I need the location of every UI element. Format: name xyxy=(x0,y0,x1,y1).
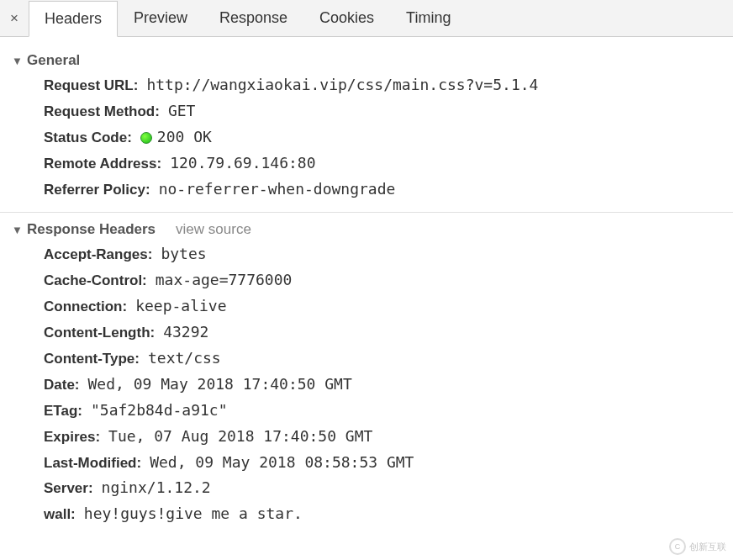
general-title: General xyxy=(27,52,80,69)
entry-etag: ETag: "5af2b84d-a91c" xyxy=(44,398,733,424)
entry-remote-address: Remote Address: 120.79.69.146:80 xyxy=(44,151,733,177)
view-source-link[interactable]: view source xyxy=(176,221,251,238)
entry-label: Request URL: xyxy=(44,74,138,98)
entry-label: Date: xyxy=(44,373,80,398)
response-headers-title: Response Headers xyxy=(27,221,156,238)
status-dot-icon xyxy=(140,132,152,144)
status-text: 200 OK xyxy=(157,128,212,145)
entry-value: text/css xyxy=(148,346,221,372)
entry-value: no-referrer-when-downgrade xyxy=(159,177,396,203)
entry-value: GET xyxy=(168,98,196,124)
watermark-text: 创新互联 xyxy=(689,541,726,553)
entry-request-url: Request URL: http://wangxiaokai.vip/css/… xyxy=(44,72,733,98)
close-panel-button[interactable]: × xyxy=(0,10,29,27)
disclosure-triangle-icon: ▼ xyxy=(12,224,22,236)
entry-value: 43292 xyxy=(163,320,208,346)
entry-value: bytes xyxy=(161,241,206,267)
response-headers-section: ▼ Response Headers view source Accept-Ra… xyxy=(0,212,733,537)
entry-request-method: Request Method: GET xyxy=(44,98,733,124)
general-header[interactable]: ▼ General xyxy=(0,49,733,72)
entry-content-length: Content-Length: 43292 xyxy=(44,320,733,346)
entry-value: Wed, 09 May 2018 17:40:50 GMT xyxy=(88,372,352,398)
entry-referrer-policy: Referrer Policy: no-referrer-when-downgr… xyxy=(44,177,733,203)
response-headers-entries: Accept-Ranges: bytes Cache-Control: max-… xyxy=(0,241,733,532)
entry-expires: Expires: Tue, 07 Aug 2018 17:40:50 GMT xyxy=(44,424,733,450)
entry-label: ETag: xyxy=(44,399,82,424)
entry-label: Request Method: xyxy=(44,100,160,124)
tab-bar: × Headers Preview Response Cookies Timin… xyxy=(0,0,733,37)
entry-value: 120.79.69.146:80 xyxy=(170,151,315,177)
entry-label: Status Code: xyxy=(44,126,132,151)
entry-label: Referrer Policy: xyxy=(44,178,150,203)
entry-date: Date: Wed, 09 May 2018 17:40:50 GMT xyxy=(44,372,733,398)
watermark: C 创新互联 xyxy=(669,538,726,555)
entry-value: Wed, 09 May 2018 08:58:53 GMT xyxy=(150,450,414,476)
entry-value: http://wangxiaokai.vip/css/main.css?v=5.… xyxy=(146,72,538,98)
entry-label: Server: xyxy=(44,477,93,501)
entry-content-type: Content-Type: text/css xyxy=(44,346,733,372)
entry-status-code: Status Code: 200 OK xyxy=(44,124,733,151)
entry-value: nginx/1.12.2 xyxy=(102,475,211,501)
entry-connection: Connection: keep-alive xyxy=(44,293,733,320)
entry-value: 200 OK xyxy=(140,124,212,151)
entry-cache-control: Cache-Control: max-age=7776000 xyxy=(44,267,733,293)
entry-label: Remote Address: xyxy=(44,152,161,177)
entry-value: Tue, 07 Aug 2018 17:40:50 GMT xyxy=(108,424,372,450)
entry-label: wall: xyxy=(44,503,76,527)
entry-accept-ranges: Accept-Ranges: bytes xyxy=(44,241,733,267)
entry-label: Accept-Ranges: xyxy=(44,243,152,267)
entry-wall: wall: hey!guys!give me a star. xyxy=(44,501,733,527)
tab-preview[interactable]: Preview xyxy=(118,0,203,36)
response-headers-header[interactable]: ▼ Response Headers view source xyxy=(0,218,733,241)
entry-label: Last-Modified: xyxy=(44,452,141,476)
disclosure-triangle-icon: ▼ xyxy=(12,55,22,67)
general-entries: Request URL: http://wangxiaokai.vip/css/… xyxy=(0,72,733,207)
entry-value: max-age=7776000 xyxy=(156,267,293,293)
entry-value: keep-alive xyxy=(135,293,226,320)
tab-response[interactable]: Response xyxy=(203,0,303,36)
entry-value: "5af2b84d-a91c" xyxy=(91,398,228,424)
entry-label: Cache-Control: xyxy=(44,269,147,293)
entry-last-modified: Last-Modified: Wed, 09 May 2018 08:58:53… xyxy=(44,450,733,476)
watermark-logo-icon: C xyxy=(669,538,686,555)
tab-cookies[interactable]: Cookies xyxy=(303,0,390,36)
tab-headers[interactable]: Headers xyxy=(29,1,118,37)
entry-server: Server: nginx/1.12.2 xyxy=(44,475,733,501)
general-section: ▼ General Request URL: http://wangxiaoka… xyxy=(0,44,733,212)
entry-label: Content-Length: xyxy=(44,321,155,346)
headers-content: ▼ General Request URL: http://wangxiaoka… xyxy=(0,37,733,544)
entry-label: Connection: xyxy=(44,295,127,320)
tab-timing[interactable]: Timing xyxy=(390,0,467,36)
entry-label: Content-Type: xyxy=(44,347,140,372)
entry-label: Expires: xyxy=(44,425,100,450)
entry-value: hey!guys!give me a star. xyxy=(84,501,303,527)
